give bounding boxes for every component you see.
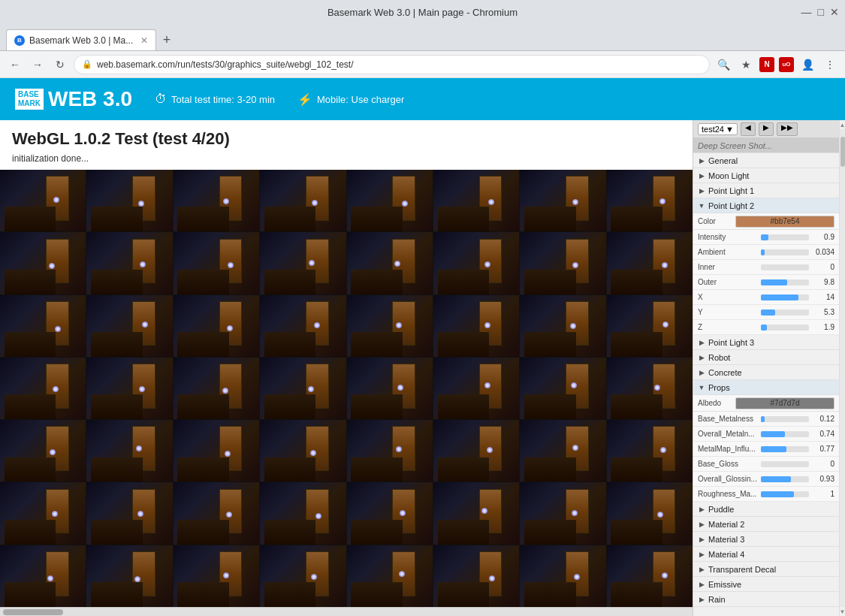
light-spot — [49, 263, 55, 269]
section-material3[interactable]: ▶ Material 3 — [693, 532, 839, 547]
prop-slider-track[interactable] — [761, 476, 809, 482]
bookmark-icon[interactable]: ★ — [737, 56, 755, 74]
panel-btn-next[interactable]: ▶ — [759, 122, 774, 136]
grid-cell — [607, 358, 693, 419]
section-label-material2: Material 2 — [708, 520, 744, 529]
prop-slider-fill — [761, 446, 786, 452]
prop-row[interactable]: Z 1.9 — [693, 320, 839, 335]
right-scrollbar[interactable]: ▲ ▼ — [839, 120, 845, 616]
section-pointlight2[interactable]: ▼ Point Light 2 — [693, 198, 839, 213]
grid-cell-inner — [520, 358, 605, 419]
light-spot — [662, 322, 668, 328]
panel-body[interactable]: Deep Screen Shot... ▶ General ▶ Moon Lig… — [693, 138, 839, 616]
extension-2-icon[interactable]: uO — [779, 57, 794, 72]
prop-slider-track[interactable] — [761, 325, 809, 331]
panel-btn-end[interactable]: ▶▶ — [777, 122, 798, 136]
section-general[interactable]: ▶ General — [693, 153, 839, 168]
prop-slider-track[interactable] — [761, 234, 809, 240]
profile-icon[interactable]: 👤 — [798, 56, 816, 74]
prop-slider-track[interactable] — [761, 279, 809, 285]
prop-slider-track[interactable] — [761, 446, 809, 452]
prop-row[interactable]: Roughness_Ma... 1 — [693, 487, 839, 502]
scroll-down-arrow[interactable]: ▼ — [840, 607, 845, 616]
scroll-handle[interactable] — [840, 137, 845, 167]
prop-slider-track[interactable] — [761, 249, 809, 255]
prop-slider-track[interactable] — [761, 491, 809, 497]
section-arrow-props: ▼ — [698, 384, 705, 391]
scroll-area[interactable] — [840, 129, 845, 607]
section-material2[interactable]: ▶ Material 2 — [693, 517, 839, 532]
section-robot[interactable]: ▶ Robot — [693, 350, 839, 365]
light-spot — [488, 199, 494, 205]
light-spot — [315, 513, 321, 519]
color-row-props[interactable]: Albedo #7d7d7d — [693, 395, 839, 412]
menu-icon[interactable]: ⋮ — [821, 56, 839, 74]
prop-slider-fill — [761, 310, 775, 316]
color-row-point2[interactable]: Color #bb7e54 — [693, 213, 839, 230]
prop-row[interactable]: Outer 9.8 — [693, 275, 839, 290]
prop-row[interactable]: X 14 — [693, 290, 839, 305]
tab-close-button[interactable]: ✕ — [140, 35, 148, 46]
prop-row[interactable]: Overall_Metaln... 0.74 — [693, 427, 839, 442]
prop-label: Inner — [698, 263, 758, 271]
forward-button[interactable]: → — [29, 56, 47, 74]
scroll-up-arrow[interactable]: ▲ — [840, 120, 845, 129]
grid-cell-inner — [607, 545, 693, 607]
bottom-scrollbar[interactable] — [0, 607, 693, 616]
search-icon[interactable]: 🔍 — [714, 56, 732, 74]
section-pointlight1[interactable]: ▶ Point Light 1 — [693, 183, 839, 198]
color-swatch-props[interactable]: #7d7d7d — [735, 397, 834, 409]
restore-icon[interactable]: □ — [818, 6, 824, 18]
light-spot — [308, 386, 314, 392]
prop-slider-fill — [761, 476, 791, 482]
light-spot — [489, 575, 495, 581]
prop-slider-track[interactable] — [761, 461, 809, 467]
prop-row[interactable]: Overall_Glossin... 0.93 — [693, 472, 839, 487]
grid-cell-inner — [86, 545, 172, 607]
url-bar[interactable]: 🔒 web.basemark.com/run/tests/30/graphics… — [74, 55, 710, 74]
panel-btn-prev[interactable]: ◀ — [741, 122, 756, 136]
minimize-icon[interactable]: — — [801, 6, 812, 18]
prop-slider-track[interactable] — [761, 431, 809, 437]
prop-slider-track[interactable] — [761, 294, 809, 300]
prop-row[interactable]: MetalMap_Influ... 0.77 — [693, 442, 839, 457]
color-swatch-point2[interactable]: #bb7e54 — [735, 216, 834, 228]
section-pointlight3[interactable]: ▶ Point Light 3 — [693, 335, 839, 350]
grid-cell — [347, 295, 433, 357]
section-arrow-pointlight1: ▶ — [698, 187, 705, 195]
grid-cell-inner — [260, 482, 346, 544]
color-label-point2: Color — [698, 217, 735, 225]
new-tab-button[interactable]: + — [156, 29, 177, 50]
section-material4[interactable]: ▶ Material 4 — [693, 547, 839, 562]
prop-row[interactable]: Ambient 0.034 — [693, 245, 839, 260]
section-emissive[interactable]: ▶ Emissive — [693, 577, 839, 592]
section-rain[interactable]: ▶ Rain — [693, 592, 839, 607]
section-label-puddle: Puddle — [708, 505, 734, 514]
back-button[interactable]: ← — [6, 56, 24, 74]
prop-row[interactable]: Inner 0 — [693, 260, 839, 275]
light-spot — [572, 262, 578, 268]
section-puddle[interactable]: ▶ Puddle — [693, 502, 839, 517]
browser-tab[interactable]: B Basemark Web 3.0 | Ma... ✕ — [6, 29, 156, 50]
prop-row[interactable]: Base_Gloss 0 — [693, 457, 839, 472]
extension-1-icon[interactable]: N — [759, 57, 774, 72]
prop-slider-track[interactable] — [761, 264, 809, 270]
section-transparent-decal[interactable]: ▶ Transparent Decal — [693, 562, 839, 577]
section-concrete[interactable]: ▶ Concrete — [693, 365, 839, 380]
prop-row[interactable]: Base_Metalness 0.12 — [693, 412, 839, 427]
prop-slider-fill — [761, 279, 787, 285]
color-value-point2: #bb7e54 — [771, 217, 800, 225]
section-props[interactable]: ▼ Props — [693, 380, 839, 395]
prop-slider-track[interactable] — [761, 416, 809, 422]
grid-cell-inner — [174, 420, 259, 482]
close-icon[interactable]: ✕ — [830, 6, 839, 18]
refresh-button[interactable]: ↻ — [51, 56, 69, 74]
prop-row[interactable]: Y 5.3 — [693, 305, 839, 320]
section-moonlight[interactable]: ▶ Moon Light — [693, 168, 839, 183]
light-spot — [223, 572, 229, 578]
panel-dropdown[interactable]: test24 ▼ — [698, 123, 738, 135]
grid-cell-inner — [520, 420, 605, 482]
prop-slider-track[interactable] — [761, 310, 809, 316]
scroll-thumb[interactable] — [3, 609, 63, 615]
prop-row[interactable]: Intensity 0.9 — [693, 230, 839, 245]
